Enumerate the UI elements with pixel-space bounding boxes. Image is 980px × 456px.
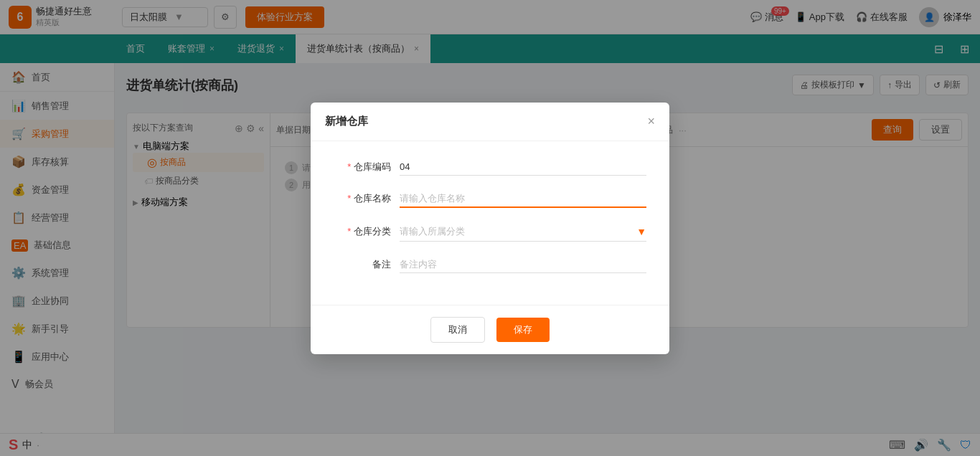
modal-body: * 仓库编码 * 仓库名称 * 仓库分类 请输入所属 (311, 141, 669, 305)
code-row: * 仓库编码 (334, 158, 646, 176)
modal-header: 新增仓库 × (311, 103, 669, 141)
name-label: * 仓库名称 (334, 192, 391, 205)
modal-close-btn[interactable]: × (647, 114, 655, 129)
cancel-button[interactable]: 取消 (430, 317, 485, 343)
note-input[interactable] (400, 256, 646, 273)
category-label: * 仓库分类 (334, 225, 391, 238)
category-select[interactable]: 请输入所属分类 ▼ (400, 222, 646, 242)
name-row: * 仓库名称 (334, 190, 646, 208)
category-required: * (347, 226, 351, 237)
category-row: * 仓库分类 请输入所属分类 ▼ (334, 222, 646, 242)
name-input[interactable] (400, 190, 646, 208)
code-input[interactable] (400, 158, 646, 176)
category-dropdown-arrow: ▼ (636, 226, 646, 237)
add-warehouse-modal: 新增仓库 × * 仓库编码 * 仓库名称 (311, 103, 669, 354)
code-label: * 仓库编码 (334, 161, 391, 174)
name-required: * (347, 193, 351, 204)
modal-footer: 取消 保存 (311, 305, 669, 354)
code-required: * (347, 161, 351, 172)
save-button[interactable]: 保存 (496, 318, 550, 342)
modal-title: 新增仓库 (325, 115, 368, 128)
note-label: 备注 (334, 258, 391, 271)
category-placeholder: 请输入所属分类 (400, 225, 465, 238)
modal-overlay[interactable]: 新增仓库 × * 仓库编码 * 仓库名称 (0, 0, 980, 456)
note-row: 备注 (334, 256, 646, 273)
